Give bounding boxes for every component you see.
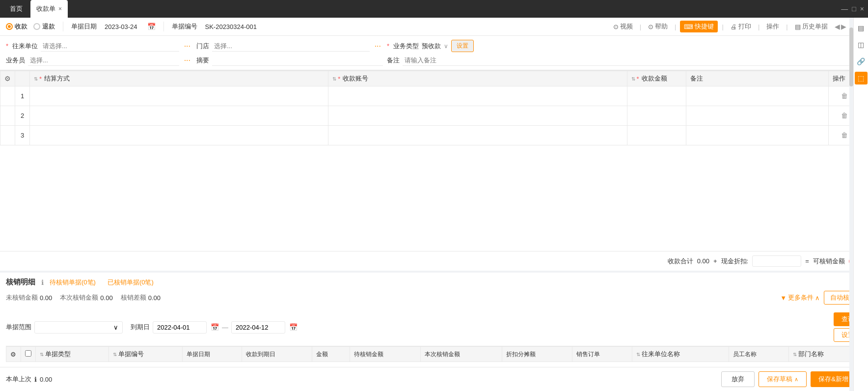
col-remark-header: 备注 [686,71,828,86]
scroll-thumb[interactable] [849,28,853,86]
print-btn[interactable]: 🖨 打印 [728,21,754,32]
history-btn[interactable]: ▤ 历史单据 [792,21,831,32]
remark-input[interactable] [403,55,862,66]
salesperson-input[interactable] [28,55,179,66]
summary-input[interactable] [212,55,383,66]
cal-icon-from[interactable]: 📅 [211,323,219,331]
sort-icon-bt-3: ⇅ [636,352,640,357]
scroll-track [849,18,853,391]
sort-icon-bt-1: ⇅ [40,352,44,357]
date-separator: — [222,324,228,331]
delete-icon-1[interactable]: 🗑 [841,92,848,100]
video-btn[interactable]: ⊙ 视频 [610,21,636,32]
tab-active[interactable]: 收款单 × [30,0,68,18]
salesperson-more-btn[interactable]: ··· [182,56,192,65]
discount-input[interactable] [752,255,801,267]
radio-shoukuan[interactable]: 收款 [6,22,27,31]
window-maximize-btn[interactable]: □ [852,5,856,13]
row-account-2[interactable] [328,106,627,126]
row-settlement-1[interactable] [30,86,328,106]
counterpart-field: * 往来单位 ··· [6,41,192,52]
window-close-btn[interactable]: × [860,5,864,13]
row-amount-3[interactable] [627,126,686,145]
row-amount-1[interactable] [627,86,686,106]
store-input[interactable] [212,41,370,52]
select-all-checkbox[interactable] [25,350,31,357]
row-amount-2[interactable] [627,106,686,126]
col-settlement-header: ⇅ * 结算方式 [30,71,328,86]
info-icon[interactable]: ℹ [41,279,44,286]
delete-icon-3[interactable]: 🗑 [841,131,848,140]
radio-tuikuan[interactable]: 退款 [33,22,55,31]
row-settlement-3[interactable] [30,126,328,145]
tab-close-icon[interactable]: × [58,5,62,12]
row-settlement-2[interactable] [30,106,328,126]
more-conditions-btn[interactable]: ▼ 更多条件 ∧ [780,293,820,302]
tab-home[interactable]: 首页 [4,0,28,18]
question-icon: ⊙ [648,23,653,30]
sort-icon: ⇅ [34,76,38,82]
right-panel-layout-btn[interactable]: ◫ [855,38,868,51]
row-remark-3[interactable] [686,126,828,145]
bt-col-amount: 金额 [312,347,350,362]
col-gear: ⚙ [0,71,15,86]
radio-dot-shoukuan [6,23,13,30]
abandon-btn[interactable]: 放弃 [721,371,755,387]
range-select[interactable]: ∨ [34,321,123,334]
bottom-table-container: ⚙ ⇅ 单据类型 ⇅ [6,346,862,362]
row-remark-2[interactable] [686,106,828,126]
bt-gear-icon[interactable]: ⚙ [10,351,16,358]
range-label: 单据范围 [6,323,31,332]
shortcut-btn[interactable]: ⌨ 快捷键 [680,21,718,32]
tab-pending[interactable]: 待核销单据(0笔) [50,278,96,287]
counterpart-input[interactable] [41,41,179,52]
right-panel-expand-btn[interactable]: ⬚ [855,72,868,84]
tab-bar-right: — □ × [841,5,864,13]
remark-field: 备注 [387,55,862,66]
bottom-table: ⚙ ⇅ 单据类型 ⇅ [6,346,862,362]
prev-arrow[interactable]: ◀ [835,23,840,30]
bt-col-checkbox [21,347,36,362]
window-minimize-btn[interactable]: — [841,5,848,13]
footer: 本单上次 ℹ 0.00 放弃 保存草稿 ∧ 保存&新增 ∧ [0,367,868,391]
bt-col-num: ⇅ 单据编号 [109,347,182,362]
col-num-header [15,71,30,86]
table-row: 2 🗑 ⧉ [0,106,868,126]
stat-diff: 核销差额 0.00 [121,293,161,302]
this-verify-value: 0.00 [100,294,112,302]
toolbar-right: ⊙ 视频 | ⊙ 帮助 | ⌨ 快捷键 | 🖨 打印 | 操作 | [610,21,862,32]
table-gear-icon[interactable]: ⚙ [4,75,11,83]
right-panel-table-btn[interactable]: ▤ [855,22,868,34]
keyboard-icon: ⌨ [684,23,693,30]
store-more-btn[interactable]: ··· [373,42,383,51]
num-label: 单据编号 [172,22,197,31]
bt-col-type: ⇅ 单据类型 [36,347,109,362]
help-btn[interactable]: ⊙ 帮助 [645,21,671,32]
biz-type-dropdown-icon[interactable]: ∨ [444,43,448,50]
counterpart-more-btn[interactable]: ··· [182,42,192,51]
delete-icon-2[interactable]: 🗑 [841,112,848,120]
draft-btn[interactable]: 保存草稿 ∧ [759,371,807,387]
upper-label: 本单上次 [6,375,31,384]
row-gear-1 [0,86,15,106]
date-to-input[interactable] [231,321,285,334]
form-row-2: 业务员 ··· 摘要 备注 [6,55,862,66]
right-panel-link-btn[interactable]: 🔗 [855,55,868,68]
top-toolbar: 收款 退款 单据日期 2023-03-24 📅 单据编号 SK-20230324… [0,18,868,36]
upper-value: 0.00 [40,376,52,383]
cal-icon-to[interactable]: 📅 [289,323,298,331]
date-from-input[interactable] [153,321,207,334]
sort-icon-bt-2: ⇅ [113,352,117,357]
settings-btn[interactable]: 设置 [451,40,474,52]
next-arrow[interactable]: ▶ [841,23,846,30]
row-account-3[interactable] [328,126,627,145]
calendar-icon[interactable]: 📅 [147,23,156,30]
tab-bar: 首页 收款单 × — □ × [0,0,868,18]
verify-title: 核销明细 [6,278,35,287]
tab-verified[interactable]: 已核销单据(0笔) [108,278,154,287]
operation-btn[interactable]: 操作 [763,21,782,32]
bottom-table-header: ⚙ ⇅ 单据类型 ⇅ [6,347,862,362]
row-remark-1[interactable] [686,86,828,106]
print-label: 打印 [738,22,751,31]
row-account-1[interactable] [328,86,627,106]
